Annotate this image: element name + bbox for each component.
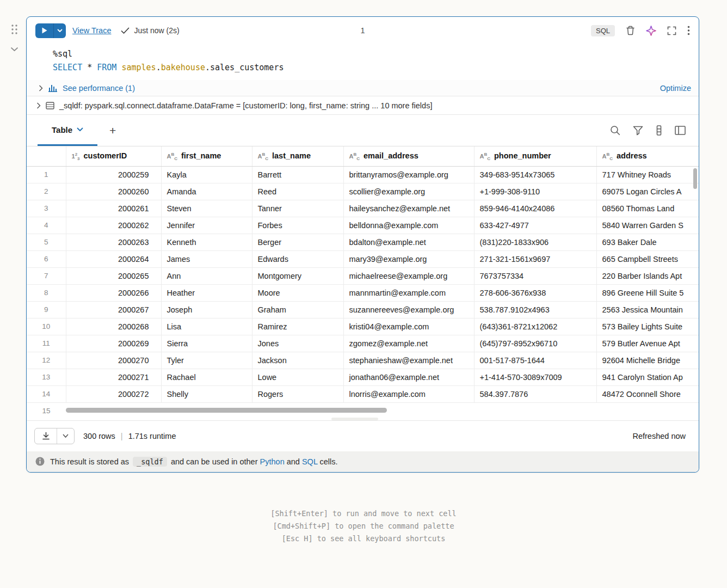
code-line[interactable]: SELECT * FROM samples.bakehouse.sales_cu… [53,61,690,75]
cell-last_name[interactable]: Jackson [252,352,343,369]
cell-address[interactable]: 69075 Logan Circles A [596,183,699,200]
column-header-address[interactable]: ABCaddress [596,146,699,166]
cell-last_name[interactable]: Lowe [252,369,343,385]
cell-phone_number[interactable]: 584.397.7876 [474,385,596,402]
cell-address[interactable]: 08560 Thomas Land [596,200,699,217]
cell-last_name[interactable]: Forbes [252,217,343,234]
language-badge[interactable]: SQL [591,25,615,36]
cell-customerID[interactable]: 2000263 [66,234,161,250]
cell-customerID[interactable]: 2000268 [66,318,161,335]
cell-address[interactable]: 48472 Oconnell Shore [596,385,699,402]
cell-first_name[interactable]: Kayla [161,166,252,183]
cell-phone_number[interactable]: 271-321-1561x9697 [474,250,596,267]
row-number[interactable]: 13 [27,369,66,385]
cell-first_name[interactable]: James [161,250,252,267]
vertical-scrollbar[interactable] [693,168,697,189]
cell-address[interactable]: 717 Whitney Roads [596,166,699,183]
cell-address[interactable]: 2563 Jessica Mountain [596,301,699,318]
cell-customerID[interactable]: 2000264 [66,250,161,267]
cell-address[interactable]: 896 Greene Hill Suite 5 [596,284,699,301]
cell-customerID[interactable]: 2000260 [66,183,161,200]
row-number[interactable]: 8 [27,284,66,301]
expand-result-chevron-icon[interactable] [36,102,41,109]
cell-email_address[interactable]: bdalton@example.net [343,234,474,250]
cell-address[interactable]: 5840 Warren Garden S [596,217,699,234]
cell-address[interactable]: 941 Carolyn Station Ap [596,369,699,385]
column-header-customerID[interactable]: 123customerID [66,146,161,166]
cell-first_name[interactable]: Steven [161,200,252,217]
cell-customerID[interactable]: 2000259 [66,166,161,183]
cell-last_name[interactable]: Ramirez [252,318,343,335]
cell-first_name[interactable]: Kenneth [161,234,252,250]
horizontal-scrollbar[interactable] [66,408,387,413]
cell-menu-button[interactable] [687,26,690,35]
cell-email_address[interactable]: mannmartin@example.com [343,284,474,301]
cell-phone_number[interactable]: +1-999-308-9110 [474,183,596,200]
cell-phone_number[interactable]: 859-946-4140x24086 [474,200,596,217]
row-number[interactable]: 11 [27,335,66,352]
cell-phone_number[interactable]: (645)797-8952x96710 [474,335,596,352]
cell-first_name[interactable]: Tyler [161,352,252,369]
cell-phone_number[interactable]: (831)220-1833x906 [474,234,596,250]
cell-first_name[interactable]: Sierra [161,335,252,352]
download-button[interactable] [35,428,57,444]
cell-address[interactable]: 665 Campbell Streets [596,250,699,267]
cell-email_address[interactable]: scollier@example.org [343,183,474,200]
cell-email_address[interactable]: jonathan06@example.net [343,369,474,385]
row-number[interactable]: 1 [27,166,66,183]
cell-email_address[interactable]: stephanieshaw@example.net [343,352,474,369]
row-number[interactable]: 2 [27,183,66,200]
cell-email_address[interactable]: belldonna@example.com [343,217,474,234]
cell-address[interactable]: 579 Butler Avenue Apt [596,335,699,352]
sql-link[interactable]: SQL [302,457,317,466]
cell-customerID[interactable]: 2000272 [66,385,161,402]
cell-customerID[interactable]: 2000270 [66,352,161,369]
cell-phone_number[interactable]: 538.787.9102x4963 [474,301,596,318]
cell-customerID[interactable]: 2000271 [66,369,161,385]
add-visualization-button[interactable]: + [97,115,128,146]
cell-address[interactable]: 220 Barber Islands Apt [596,267,699,284]
resize-handle[interactable] [331,418,378,420]
cell-last_name[interactable]: Barrett [252,166,343,183]
search-results-button[interactable] [610,125,620,136]
cell-last_name[interactable]: Berger [252,234,343,250]
cell-last_name[interactable]: Moore [252,284,343,301]
code-line[interactable]: %sql [53,47,690,61]
row-number[interactable]: 10 [27,318,66,335]
cell-first_name[interactable]: Lisa [161,318,252,335]
row-number[interactable]: 12 [27,352,66,369]
row-number[interactable]: 14 [27,385,66,402]
drag-handle-icon[interactable] [10,24,19,35]
row-number[interactable]: 6 [27,250,66,267]
cell-phone_number[interactable]: 349-683-9514x73065 [474,166,596,183]
cell-first_name[interactable]: Heather [161,284,252,301]
see-performance-link[interactable]: See performance (1) [63,84,135,93]
cell-first_name[interactable]: Shelly [161,385,252,402]
cell-first_name[interactable]: Amanda [161,183,252,200]
cell-last_name[interactable]: Jones [252,335,343,352]
cell-address[interactable]: 693 Baker Dale [596,234,699,250]
cell-email_address[interactable]: brittanyramos@example.org [343,166,474,183]
cell-customerID[interactable]: 2000262 [66,217,161,234]
row-number[interactable]: 5 [27,234,66,250]
view-trace-link[interactable]: View Trace [72,26,111,35]
tab-table[interactable]: Table [38,115,97,146]
run-options-button[interactable] [53,23,66,38]
column-header-email_address[interactable]: ABCemail_address [343,146,474,166]
row-number[interactable]: 3 [27,200,66,217]
cell-customerID[interactable]: 2000261 [66,200,161,217]
cell-address[interactable]: 92604 Michelle Bridge [596,352,699,369]
cell-last_name[interactable]: Rogers [252,385,343,402]
cell-email_address[interactable]: michaelreese@example.org [343,267,474,284]
download-options-button[interactable] [57,428,74,444]
cell-phone_number[interactable]: 7673757334 [474,267,596,284]
cell-address[interactable]: 573 Bailey Lights Suite [596,318,699,335]
optimize-link[interactable]: Optimize [660,84,691,93]
cell-email_address[interactable]: kristi04@example.com [343,318,474,335]
cell-first_name[interactable]: Ann [161,267,252,284]
python-link[interactable]: Python [260,457,285,466]
cell-phone_number[interactable]: +1-414-570-3089x7009 [474,369,596,385]
row-number[interactable]: 7 [27,267,66,284]
column-header-phone_number[interactable]: ABCphone_number [474,146,596,166]
cell-first_name[interactable]: Rachael [161,369,252,385]
